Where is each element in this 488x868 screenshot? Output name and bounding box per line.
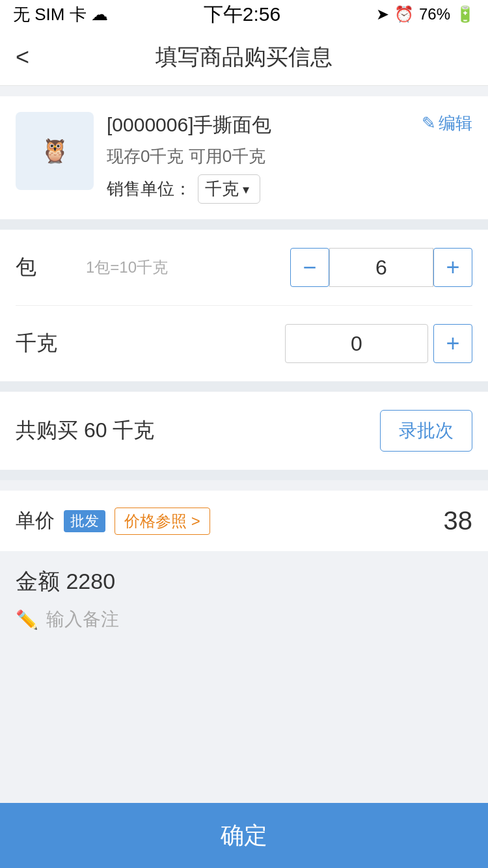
- nav-bar: < 填写商品购买信息: [0, 29, 488, 86]
- price-ref-button[interactable]: 价格参照 >: [115, 508, 210, 535]
- product-name: [0000006]手撕面包: [107, 112, 271, 139]
- pencil-icon: ✏️: [16, 609, 38, 631]
- battery-level: 76%: [419, 5, 450, 23]
- back-button[interactable]: <: [16, 44, 29, 71]
- product-card: 🦉 [0000006]手撕面包 ✎ 编辑 现存0千克 可用0千克 销售单位： 千…: [0, 96, 488, 219]
- kg-input-row: 千克 +: [16, 306, 472, 381]
- unit-dropdown[interactable]: 千克 ▾: [198, 174, 260, 204]
- unit-label: 销售单位：: [107, 178, 191, 200]
- status-time: 下午2:56: [204, 1, 280, 28]
- edit-label[interactable]: 编辑: [439, 112, 472, 135]
- amount-note[interactable]: ✏️ 输入备注: [16, 607, 472, 647]
- product-logo: 🦉: [40, 137, 70, 165]
- chevron-down-icon: ▾: [243, 182, 249, 197]
- section-divider-3: [0, 470, 488, 480]
- note-placeholder[interactable]: 输入备注: [46, 607, 119, 632]
- amount-value: 2280: [66, 569, 115, 593]
- total-row: 共购买 60 千克 录批次: [0, 392, 488, 470]
- kg-qty-control: +: [285, 324, 472, 363]
- status-battery: ➤ ⏰ 76% 🔋: [376, 5, 475, 23]
- amount-row: 金额 2280: [16, 567, 472, 597]
- kg-input[interactable]: [285, 324, 428, 363]
- product-image: 🦉: [16, 112, 94, 190]
- confirm-button[interactable]: 确定: [0, 803, 488, 868]
- edit-icon: ✎: [422, 113, 436, 133]
- price-section: 单价 批发 价格参照 > 38: [0, 491, 488, 551]
- spacer: [0, 647, 488, 803]
- alarm-icon: ⏰: [394, 5, 414, 23]
- kg-increment-button[interactable]: +: [433, 324, 472, 363]
- price-left: 单价 批发 价格参照 >: [16, 508, 210, 535]
- product-info: [0000006]手撕面包 ✎ 编辑 现存0千克 可用0千克 销售单位： 千克 …: [107, 112, 472, 204]
- product-stock: 现存0千克 可用0千克: [107, 145, 472, 168]
- bao-hint: 1包=10千克: [86, 257, 290, 278]
- amount-label: 金额: [16, 569, 66, 593]
- product-name-row: [0000006]手撕面包 ✎ 编辑: [107, 112, 472, 139]
- input-section: 包 1包=10千克 − + 千克 +: [0, 230, 488, 381]
- section-divider-1: [0, 219, 488, 230]
- bao-qty-control: − +: [290, 248, 472, 287]
- price-label: 单价: [16, 508, 55, 534]
- product-unit-row: 销售单位： 千克 ▾: [107, 174, 472, 204]
- edit-link[interactable]: ✎ 编辑: [422, 112, 472, 135]
- location-icon: ➤: [376, 5, 389, 23]
- bao-input-row: 包 1包=10千克 − +: [16, 230, 472, 306]
- bao-label: 包: [16, 253, 81, 282]
- status-network: 无 SIM 卡 ☁: [13, 3, 108, 26]
- batch-tag: 批发: [64, 510, 105, 532]
- status-bar: 无 SIM 卡 ☁ 下午2:56 ➤ ⏰ 76% 🔋: [0, 0, 488, 29]
- bao-increment-button[interactable]: +: [433, 248, 472, 287]
- amount-section: 金额 2280 ✏️ 输入备注: [0, 551, 488, 647]
- battery-icon: 🔋: [455, 5, 475, 23]
- batch-button[interactable]: 录批次: [380, 410, 472, 452]
- total-text: 共购买 60 千克: [16, 416, 154, 445]
- price-value: 38: [444, 506, 473, 536]
- kg-label: 千克: [16, 329, 81, 358]
- bao-decrement-button[interactable]: −: [290, 248, 329, 287]
- unit-value: 千克: [205, 178, 239, 200]
- page-title: 填写商品购买信息: [156, 42, 332, 72]
- section-divider-2: [0, 381, 488, 392]
- bao-input[interactable]: [329, 248, 433, 287]
